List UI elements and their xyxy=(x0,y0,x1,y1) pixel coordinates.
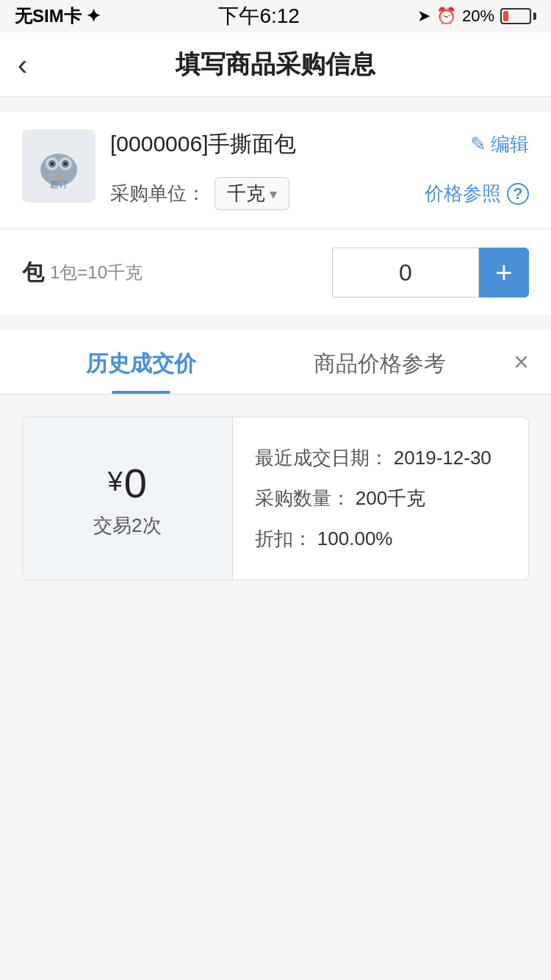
carrier-text: 无SIM卡 ✦ xyxy=(15,4,101,28)
nav-bar: ‹ 填写商品采购信息 xyxy=(0,32,551,97)
transaction-price: ¥ 0 xyxy=(108,459,147,507)
battery-tip xyxy=(533,12,536,20)
product-header: 超订 [0000006]手撕面包 ✎ 编辑 采购单位： 千克 ▾ xyxy=(22,129,529,210)
price-ref-help-icon: ? xyxy=(507,183,529,205)
product-card: 超订 [0000006]手撕面包 ✎ 编辑 采购单位： 千克 ▾ xyxy=(0,112,551,228)
quantity-section: 包 1包=10千克 0 + xyxy=(0,230,551,315)
battery-percent: 20% xyxy=(462,7,494,26)
owl-icon: 超订 xyxy=(33,140,84,192)
battery-fill xyxy=(503,11,508,21)
quantity-conversion: 1包=10千克 xyxy=(50,261,143,284)
discount-label: 折扣： xyxy=(255,527,312,550)
quantity-plus-button[interactable]: + xyxy=(479,248,529,298)
transaction-discount-row: 折扣： 100.00% xyxy=(255,525,506,553)
purchase-qty-value: 200千克 xyxy=(356,487,425,509)
product-thumbnail: 超订 xyxy=(22,129,96,203)
tab-product-price-ref-label: 商品价格参考 xyxy=(314,351,446,375)
product-info: [0000006]手撕面包 ✎ 编辑 采购单位： 千克 ▾ 价格参照 ? xyxy=(110,129,529,210)
transaction-card: ¥ 0 交易2次 最近成交日期： 2019-12-30 采购数量： 200千克 … xyxy=(22,417,529,580)
transaction-right: 最近成交日期： 2019-12-30 采购数量： 200千克 折扣： 100.0… xyxy=(233,417,528,580)
transaction-left: ¥ 0 交易2次 xyxy=(23,417,233,580)
purchase-unit-label: 采购单位： xyxy=(110,181,206,206)
recent-date-value: 2019-12-30 xyxy=(394,447,491,469)
svg-text:超订: 超订 xyxy=(50,179,68,190)
content-area: ¥ 0 交易2次 最近成交日期： 2019-12-30 采购数量： 200千克 … xyxy=(0,394,551,762)
price-currency: ¥ xyxy=(108,459,123,497)
quantity-unit: 包 xyxy=(22,258,44,288)
status-bar: 无SIM卡 ✦ 下午6:12 ➤ ⏰ 20% xyxy=(0,0,551,32)
recent-date-label: 最近成交日期： xyxy=(255,447,389,469)
transaction-count: 交易2次 xyxy=(93,513,161,538)
discount-value: 100.00% xyxy=(317,527,393,550)
tab-history-price-label: 历史成交价 xyxy=(86,351,196,375)
svg-point-6 xyxy=(64,162,67,165)
product-logo: 超订 xyxy=(33,140,84,192)
unit-select[interactable]: 千克 ▾ xyxy=(215,177,289,210)
quantity-label: 包 1包=10千克 xyxy=(22,258,143,288)
battery-body xyxy=(500,8,531,24)
tabs-container: 历史成交价 商品价格参考 × xyxy=(0,330,551,394)
back-button[interactable]: ‹ xyxy=(18,50,27,79)
price-value: 0 xyxy=(124,459,147,507)
transaction-recent-date-row: 最近成交日期： 2019-12-30 xyxy=(255,444,506,472)
purchase-unit-row: 采购单位： 千克 ▾ 价格参照 ? xyxy=(110,177,529,210)
status-icons: ➤ ⏰ 20% xyxy=(417,7,536,26)
purchase-qty-label: 采购数量： xyxy=(255,487,350,509)
status-time: 下午6:12 xyxy=(218,2,300,30)
location-icon: ➤ xyxy=(417,7,431,26)
battery-icon xyxy=(500,8,536,24)
unit-value: 千克 xyxy=(227,181,265,206)
edit-icon: ✎ xyxy=(470,133,486,156)
transaction-purchase-qty-row: 采购数量： 200千克 xyxy=(255,484,506,513)
product-full-name: [0000006]手撕面包 xyxy=(110,129,296,159)
alarm-icon: ⏰ xyxy=(436,7,456,26)
price-ref-button[interactable]: 价格参照 ? xyxy=(425,181,529,206)
edit-button[interactable]: ✎ 编辑 xyxy=(470,131,529,157)
tab-history-price[interactable]: 历史成交价 xyxy=(22,330,260,394)
quantity-controls: 0 + xyxy=(332,248,529,298)
tab-product-price-ref[interactable]: 商品价格参考 xyxy=(260,330,498,394)
purchase-unit-left: 采购单位： 千克 ▾ xyxy=(110,177,289,210)
quantity-input[interactable]: 0 xyxy=(332,248,479,298)
svg-point-5 xyxy=(51,162,54,165)
edit-label: 编辑 xyxy=(491,131,529,157)
price-ref-label: 价格参照 xyxy=(425,181,501,206)
product-name-row: [0000006]手撕面包 ✎ 编辑 xyxy=(110,129,529,159)
tabs-close-button[interactable]: × xyxy=(499,342,529,383)
page-title: 填写商品采购信息 xyxy=(176,48,375,82)
status-carrier: 无SIM卡 ✦ xyxy=(15,4,101,28)
unit-arrow-icon: ▾ xyxy=(270,185,277,203)
